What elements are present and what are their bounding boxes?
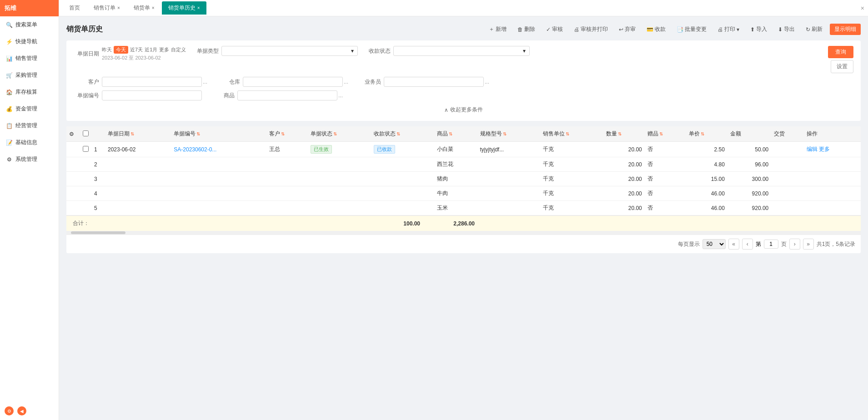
date-more-btn[interactable]: 更多	[159, 46, 169, 53]
date-buttons: 昨天 今天 近7天 近1月 更多 自定义	[102, 46, 186, 54]
sidebar-item-label: 系统管理	[15, 155, 37, 163]
row-gift: 否	[645, 157, 686, 172]
th-doc-status[interactable]: 单据状态 ⇅	[308, 126, 371, 142]
sidebar-item-sales-mgmt[interactable]: 📊 销售管理	[0, 50, 59, 67]
scrollbar-thumb[interactable]	[71, 231, 125, 234]
customer-dots[interactable]: ...	[203, 79, 207, 85]
tab-home-label: 首页	[69, 4, 80, 12]
batch-change-button[interactable]: 📑 批量变更	[673, 24, 710, 35]
date-7days-btn[interactable]: 近7天	[130, 46, 143, 53]
doc-type-select[interactable]: ▾	[221, 46, 358, 56]
tab-delivery-close[interactable]: ×	[152, 5, 155, 10]
show-detail-button[interactable]: 显示明细	[830, 24, 861, 35]
warehouse-dots[interactable]: ...	[344, 79, 348, 85]
goods-input[interactable]	[237, 90, 337, 100]
th-qty[interactable]: 数量 ⇅	[603, 126, 645, 142]
audit-button[interactable]: ✓ 审核	[542, 24, 567, 35]
abandon-icon: ↩	[619, 26, 623, 33]
staff-filter: 业务员 ...	[356, 77, 489, 87]
doc-type-dropdown-icon: ▾	[351, 48, 354, 54]
sidebar-item-base-info[interactable]: 📝 基础信息	[0, 134, 59, 151]
th-customer[interactable]: 客户 ⇅	[266, 126, 308, 142]
date-custom-btn[interactable]: 自定义	[171, 46, 186, 53]
tab-delivery[interactable]: 销货单 ×	[127, 1, 161, 15]
query-button[interactable]: 查询	[828, 46, 853, 58]
row-gear	[66, 201, 80, 215]
th-gift[interactable]: 赠品 ⇅	[645, 126, 686, 142]
collect-button[interactable]: 💳 收款	[643, 24, 669, 35]
tab-sales-order[interactable]: 销售订单 ×	[87, 1, 126, 15]
prev-page-button[interactable]: ‹	[742, 239, 753, 250]
sidebar-item-search-menu[interactable]: 🔍 搜索菜单	[0, 16, 59, 33]
page-number-input[interactable]	[764, 240, 778, 249]
sidebar-item-finance[interactable]: 💰 资金管理	[0, 100, 59, 117]
export-button[interactable]: ⬇ 导出	[774, 24, 798, 35]
th-unit[interactable]: 销售单位 ⇅	[540, 126, 603, 142]
sidebar-item-ops-mgmt[interactable]: 📋 经营管理	[0, 117, 59, 134]
first-page-button[interactable]: «	[728, 239, 739, 250]
tab-home[interactable]: 首页	[63, 1, 86, 15]
row-customer: 王总	[266, 142, 308, 157]
print-button[interactable]: 🖨 打印 ▾	[714, 24, 743, 35]
import-button[interactable]: ⬆ 导入	[747, 24, 771, 35]
sort-doc-status-icon: ⇅	[333, 131, 337, 136]
table-header-row: ⚙ 单据日期 ⇅	[66, 126, 861, 142]
doc-no-input[interactable]	[102, 90, 202, 100]
per-page-select[interactable]: 50 100 200	[702, 239, 726, 249]
sidebar-item-inventory[interactable]: 🏠 库存核算	[0, 84, 59, 100]
staff-input[interactable]	[384, 77, 484, 87]
row-trade	[771, 157, 803, 172]
sidebar-settings-icon[interactable]: ⚙	[5, 406, 14, 415]
th-pay-status[interactable]: 收款状态 ⇅	[371, 126, 434, 142]
row-pay-status	[371, 186, 434, 201]
collapse-filter-button[interactable]: ∧ 收起更多条件	[74, 104, 853, 115]
doc-no-link[interactable]: SA-20230602-0...	[174, 146, 216, 153]
edit-link[interactable]: 编辑	[807, 146, 818, 152]
sidebar-item-quick-nav[interactable]: ⚡ 快捷导航	[0, 33, 59, 50]
customer-input[interactable]	[102, 77, 202, 87]
th-doc-no[interactable]: 单据编号 ⇅	[171, 126, 266, 142]
row-select-checkbox[interactable]	[83, 146, 89, 152]
row-doc-no	[171, 157, 266, 172]
th-goods[interactable]: 商品 ⇅	[434, 126, 477, 142]
date-today-btn[interactable]: 今天	[114, 46, 128, 54]
more-link[interactable]: 更多	[819, 146, 830, 152]
filter-row-1: 单据日期 昨天 今天 近7天 近1月 更多 自定义 2023-06-02 至 2…	[74, 46, 853, 73]
goods-dots[interactable]: ...	[338, 92, 343, 99]
last-page-button[interactable]: »	[803, 239, 814, 250]
tab-delivery-history-close[interactable]: ×	[197, 5, 200, 10]
gear-settings-icon[interactable]: ⚙	[69, 131, 74, 137]
staff-dots[interactable]: ...	[485, 79, 489, 85]
tab-delivery-history[interactable]: 销货单历史 ×	[162, 1, 206, 15]
close-all-tabs-button[interactable]: ×	[861, 5, 864, 12]
select-all-checkbox[interactable]	[83, 130, 89, 136]
th-doc-date[interactable]: 单据日期 ⇅	[105, 126, 171, 142]
next-page-button[interactable]: ›	[789, 239, 800, 250]
new-button[interactable]: ＋ 新增	[485, 24, 510, 35]
horizontal-scrollbar[interactable]	[66, 231, 861, 235]
date-yesterday-btn[interactable]: 昨天	[102, 46, 112, 53]
sidebar-item-label: 采购管理	[15, 71, 37, 79]
pay-status-label: 收款状态	[365, 47, 391, 55]
sort-doc-no-icon: ⇅	[196, 131, 200, 136]
sidebar-item-purchase-mgmt[interactable]: 🛒 采购管理	[0, 67, 59, 84]
date-1month-btn[interactable]: 近1月	[145, 46, 157, 53]
row-gift: 否	[645, 142, 686, 157]
refresh-button[interactable]: ↻ 刷新	[802, 24, 826, 35]
th-unit-price[interactable]: 单价 ⇅	[686, 126, 728, 142]
set-button[interactable]: 设置	[831, 60, 853, 73]
th-spec[interactable]: 规格型号 ⇅	[477, 126, 541, 142]
sidebar-collapse-icon[interactable]: ◀	[17, 406, 26, 415]
money-icon: 💰	[5, 105, 13, 113]
th-gear: ⚙	[66, 126, 80, 142]
audit-print-button[interactable]: 🖨 审核并打印	[570, 24, 612, 35]
pay-status-select[interactable]: ▾	[393, 46, 530, 56]
tab-sales-order-close[interactable]: ×	[117, 5, 120, 10]
main-area: 首页 销售订单 × 销货单 × 销货单历史 × × 销货单历史 ＋ 新增	[59, 0, 868, 420]
warehouse-input[interactable]	[243, 77, 343, 87]
row-action	[804, 186, 861, 201]
sidebar-item-sys-mgmt[interactable]: ⚙ 系统管理	[0, 151, 59, 168]
th-amount: 金额	[728, 126, 771, 142]
delete-button[interactable]: 🗑 删除	[514, 24, 539, 35]
abandon-button[interactable]: ↩ 弃审	[615, 24, 639, 35]
